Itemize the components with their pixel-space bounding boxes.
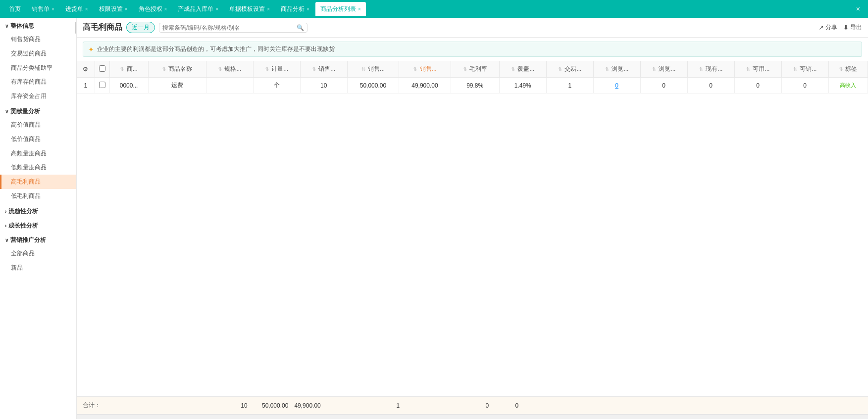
sidebar-item-low-value[interactable]: 低价值商品 [0, 132, 76, 146]
col-current-stock[interactable]: ⇅ 现有... [687, 61, 734, 78]
export-button[interactable]: ⬇ 导出 [843, 23, 862, 32]
sidebar-collapse-button[interactable]: « [75, 22, 77, 34]
col-browse2[interactable]: ⇅ 浏览... [640, 61, 687, 78]
footer-empty-browse1 [413, 402, 443, 409]
export-icon: ⬇ [843, 24, 849, 31]
nav-tab-analysis-list[interactable]: 商品分析列表 × [315, 2, 366, 16]
table-row: 1 0000... 运费 个 10 50,000.00 49,900.00 99… [77, 78, 868, 93]
footer-total: 合计： 10 50,000.00 49,900.00 1 0 0 [77, 396, 868, 414]
close-production-tab[interactable]: × [215, 6, 218, 12]
content-header: 高毛利商品 近一月 🔍 ↗ 分享 ⬇ 导出 [77, 18, 868, 38]
footer-sales-cost: 49,900.00 [291, 402, 323, 409]
bottom-scrollbar[interactable] [77, 414, 868, 419]
search-icon[interactable]: 🔍 [297, 24, 304, 31]
sidebar-item-all-goods[interactable]: 全部商品 [0, 246, 76, 261]
sort-handle-sales-amount: ⇅ [361, 66, 365, 72]
footer-sales-qty: 10 [229, 402, 259, 409]
sidebar-item-sales-goods[interactable]: 销售货商品 [0, 32, 76, 47]
nav-tab-roles[interactable]: 角色授权 × [134, 2, 172, 16]
close-purchase-tab[interactable]: × [85, 6, 88, 12]
sidebar-section-growth[interactable]: › 成长性分析 [0, 218, 76, 232]
nav-tab-template[interactable]: 单据模板设置 × [224, 2, 275, 16]
col-browse1[interactable]: ⇅ 浏览... [593, 61, 640, 78]
close-analysis-list-tab[interactable]: × [358, 6, 361, 12]
footer-sales-amount: 50,000.00 [259, 402, 291, 409]
close-sales-tab[interactable]: × [51, 6, 54, 12]
nav-tab-production[interactable]: 产成品入库单 × [173, 2, 223, 16]
content-area: 高毛利商品 近一月 🔍 ↗ 分享 ⬇ 导出 ✦ 企业的主要的利润都是这部分商品创… [77, 18, 868, 419]
sidebar-item-goods-analysis[interactable]: 商品分类辅助率 [0, 61, 76, 75]
filter-recent-month[interactable]: 近一月 [126, 22, 155, 33]
share-icon: ↗ [818, 24, 824, 31]
cell-sales-cost: 49,900.00 [399, 78, 451, 93]
nav-tab-sales[interactable]: 销售单 × [27, 2, 59, 16]
sidebar-item-high-profit[interactable]: 高毛利商品 [0, 175, 76, 189]
close-roles-tab[interactable]: × [164, 6, 167, 12]
search-box: 🔍 [159, 23, 307, 33]
sort-handle-browse1: ⇅ [605, 66, 609, 72]
footer-trade: 1 [383, 402, 413, 409]
cell-browse1[interactable]: 0 [593, 78, 640, 93]
sidebar-section-overall[interactable]: ∨ 整体信息 [0, 18, 76, 32]
collapse-arrow-overall: ∨ [5, 23, 8, 29]
search-input[interactable] [162, 24, 295, 31]
sidebar-item-high-value[interactable]: 高价值商品 [0, 118, 76, 132]
sort-handle-name: ⇅ [162, 66, 166, 72]
col-name[interactable]: ⇅ 商品名称 [148, 61, 206, 78]
cell-checkbox [95, 78, 109, 93]
col-coverage[interactable]: ⇅ 覆盖... [499, 61, 546, 78]
sidebar-section-wealth[interactable]: ∨ 贡献量分析 [0, 103, 76, 118]
close-all-tabs[interactable]: × [852, 5, 864, 13]
sidebar-item-low-freq[interactable]: 低频量度商品 [0, 160, 76, 175]
cell-browse2: 0 [640, 78, 687, 93]
info-bar: ✦ 企业的主要的利润都是这部分商品创造的，可考虑加大推广，同时关注库存是不要出现… [83, 42, 862, 57]
sidebar-item-new-goods[interactable]: 新品 [0, 261, 76, 275]
cell-profit-rate: 99.8% [451, 78, 499, 93]
sidebar: « ∨ 整体信息 销售货商品 交易过的商品 商品分类辅助率 有库存的商品 库存资… [0, 18, 77, 419]
bulb-icon: ✦ [88, 46, 94, 53]
table-container[interactable]: ⚙ ⇅ 商... ⇅ 商品名称 [77, 61, 868, 396]
nav-tab-analysis[interactable]: 商品分析 × [276, 2, 314, 16]
close-template-tab[interactable]: × [267, 6, 270, 12]
select-all-checkbox[interactable] [99, 65, 105, 72]
col-trade[interactable]: ⇅ 交易... [546, 61, 593, 78]
sort-handle-spec: ⇅ [218, 66, 222, 72]
sort-handle-available: ⇅ [746, 66, 750, 72]
footer-cell-empty1 [110, 402, 140, 409]
share-button[interactable]: ↗ 分享 [818, 23, 837, 32]
cell-tag: 高收入 [828, 78, 868, 93]
row-checkbox[interactable] [99, 82, 105, 88]
footer-empty-coverage [354, 402, 383, 409]
sort-handle-tag: ⇅ [839, 66, 843, 72]
cell-spec [206, 78, 253, 93]
sort-handle-coverage: ⇅ [511, 66, 515, 72]
col-sales-qty[interactable]: ⇅ 销售... [300, 61, 347, 78]
cell-index: 1 [77, 78, 95, 93]
col-code[interactable]: ⇅ 商... [109, 61, 148, 78]
top-nav: 首页 销售单 × 进货单 × 权限设置 × 角色授权 × 产成品入库单 × 单据… [0, 0, 868, 18]
sidebar-item-traded-goods[interactable]: 交易过的商品 [0, 47, 76, 61]
sidebar-section-marketing[interactable]: ∨ 营销推广分析 [0, 232, 76, 246]
cell-sellable: 0 [781, 78, 828, 93]
sidebar-item-instock-goods[interactable]: 有库存的商品 [0, 75, 76, 89]
sidebar-item-stock-ratio[interactable]: 库存资金占用 [0, 89, 76, 103]
close-analysis-tab[interactable]: × [306, 6, 309, 12]
sidebar-section-trend[interactable]: › 流趋性分析 [0, 203, 76, 218]
settings-icon[interactable]: ⚙ [83, 66, 88, 73]
col-available[interactable]: ⇅ 可用... [734, 61, 781, 78]
footer-cell-empty3 [170, 402, 200, 409]
col-sellable[interactable]: ⇅ 可销... [781, 61, 828, 78]
col-spec[interactable]: ⇅ 规格... [206, 61, 253, 78]
col-sales-amount[interactable]: ⇅ 销售... [347, 61, 399, 78]
col-unit[interactable]: ⇅ 计量... [253, 61, 300, 78]
table-header-row: ⚙ ⇅ 商... ⇅ 商品名称 [77, 61, 868, 78]
nav-tab-home[interactable]: 首页 [4, 2, 26, 16]
nav-tab-permissions[interactable]: 权限设置 × [94, 2, 133, 16]
col-tag[interactable]: ⇅ 标签 [828, 61, 868, 78]
sidebar-item-high-freq[interactable]: 高频量度商品 [0, 146, 76, 161]
nav-tab-purchase[interactable]: 进货单 × [60, 2, 93, 16]
close-permissions-tab[interactable]: × [125, 6, 128, 12]
col-profit-rate[interactable]: ⇅ 毛利率 [451, 61, 499, 78]
col-sales-cost[interactable]: ⇅ 销售... [399, 61, 451, 78]
sidebar-item-low-profit[interactable]: 低毛利商品 [0, 189, 76, 203]
